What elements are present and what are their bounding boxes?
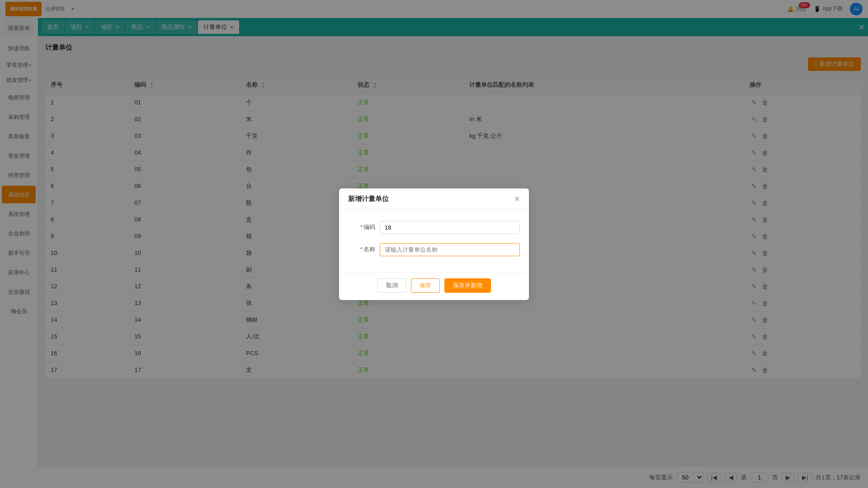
name-form-item: *名称 <box>348 243 520 256</box>
modal-footer: 取消 保存 保存并新增 <box>339 272 529 300</box>
modal-header: 新增计量单位 ✕ <box>339 188 529 210</box>
save-new-button[interactable]: 保存并新增 <box>444 278 491 293</box>
code-label: *编码 <box>348 223 375 231</box>
modal-close-button[interactable]: ✕ <box>514 195 520 203</box>
save-button[interactable]: 保存 <box>411 278 440 293</box>
code-form-item: *编码 <box>348 221 520 234</box>
modal-body: *编码 *名称 <box>339 210 529 272</box>
name-label: *名称 <box>348 245 375 253</box>
cancel-button[interactable]: 取消 <box>377 278 406 293</box>
modal-title: 新增计量单位 <box>348 195 389 203</box>
add-unit-modal: 新增计量单位 ✕ *编码 *名称 取消 保存 保存并新增 <box>339 188 529 300</box>
code-input[interactable] <box>380 221 520 234</box>
name-input[interactable] <box>380 243 520 256</box>
modal-overlay: 新增计量单位 ✕ *编码 *名称 取消 保存 保存并新增 <box>0 0 868 488</box>
